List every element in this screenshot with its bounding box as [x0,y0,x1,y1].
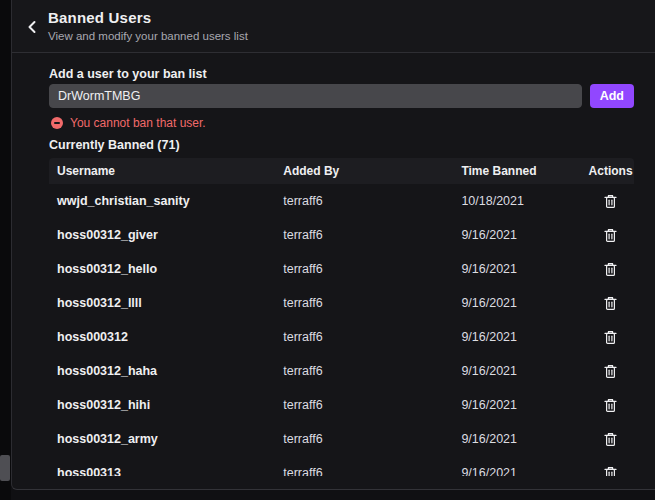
trash-icon [604,398,617,413]
time-banned: 9/16/2021 [461,432,586,446]
time-banned: 10/18/2021 [461,194,586,208]
unban-button[interactable] [599,394,621,416]
added-by: terraff6 [281,228,461,242]
table-body: wwjd_christian_sanity terraff6 10/18/202… [49,184,634,476]
table-row: hoss00312_hello terraff6 9/16/2021 [49,252,634,286]
trash-icon [604,432,617,447]
table-row: hoss00313 terraff6 9/16/2021 [49,456,634,476]
added-by: terraff6 [281,194,461,208]
column-header-actions: Actions [587,164,634,178]
back-button[interactable] [20,15,44,39]
time-banned: 9/16/2021 [461,296,586,310]
table-row: hoss00312_llll terraff6 9/16/2021 [49,286,634,320]
ban-username-input[interactable] [49,84,582,108]
table-row: hoss00312_hihi terraff6 9/16/2021 [49,388,634,422]
unban-button[interactable] [599,258,621,280]
banned-username: hoss00313 [49,466,281,476]
banned-username: hoss00312_haha [49,364,281,378]
column-header-added-by: Added By [281,164,461,178]
ban-form-label: Add a user to your ban list [49,67,207,81]
time-banned: 9/16/2021 [461,466,586,476]
time-banned: 9/16/2021 [461,228,586,242]
table-row: hoss00312_army terraff6 9/16/2021 [49,422,634,456]
ban-form: Add [49,84,634,108]
added-by: terraff6 [281,432,461,446]
banned-users-table: Username Added By Time Banned Actions ww… [49,158,634,476]
banned-username: hoss00312_hihi [49,398,281,412]
banned-username: hoss000312 [49,330,281,344]
unban-button[interactable] [599,360,621,382]
banned-username: hoss00312_giver [49,228,281,242]
page-header: Banned Users View and modify your banned… [12,0,655,53]
time-banned: 9/16/2021 [461,262,586,276]
unban-button[interactable] [599,292,621,314]
column-header-time-banned: Time Banned [461,164,586,178]
added-by: terraff6 [281,466,461,476]
trash-icon [604,194,617,209]
trash-icon [604,262,617,277]
banned-username: hoss00312_hello [49,262,281,276]
add-button[interactable]: Add [590,84,634,108]
page-left-gutter [0,0,11,500]
unban-button[interactable] [599,428,621,450]
banned-users-panel: Banned Users View and modify your banned… [11,0,655,490]
minus-circle-icon [51,117,63,129]
added-by: terraff6 [281,330,461,344]
added-by: terraff6 [281,262,461,276]
trash-icon [604,330,617,345]
added-by: terraff6 [281,398,461,412]
unban-button[interactable] [599,462,621,476]
banned-username: hoss00312_army [49,432,281,446]
trash-icon [604,364,617,379]
trash-icon [604,228,617,243]
unban-button[interactable] [599,326,621,348]
time-banned: 9/16/2021 [461,330,586,344]
table-row: hoss000312 terraff6 9/16/2021 [49,320,634,354]
table-row: hoss00312_giver terraff6 9/16/2021 [49,218,634,252]
error-text: You cannot ban that user. [70,116,206,130]
page-title: Banned Users [48,9,248,26]
banned-username: wwjd_christian_sanity [49,194,281,208]
time-banned: 9/16/2021 [461,364,586,378]
banned-username: hoss00312_llll [49,296,281,310]
scrollbar-thumb[interactable] [0,455,10,481]
page-subtitle: View and modify your banned users list [48,30,248,42]
time-banned: 9/16/2021 [461,398,586,412]
table-row: hoss00312_haha terraff6 9/16/2021 [49,354,634,388]
unban-button[interactable] [599,190,621,212]
trash-icon [604,296,617,311]
unban-button[interactable] [599,224,621,246]
table-header-row: Username Added By Time Banned Actions [49,158,634,184]
added-by: terraff6 [281,296,461,310]
column-header-username: Username [49,164,281,178]
table-row: wwjd_christian_sanity terraff6 10/18/202… [49,184,634,218]
ban-error-message: You cannot ban that user. [51,116,206,130]
trash-icon [604,466,617,477]
currently-banned-heading: Currently Banned (71) [49,138,180,152]
chevron-left-icon [26,20,38,34]
added-by: terraff6 [281,364,461,378]
